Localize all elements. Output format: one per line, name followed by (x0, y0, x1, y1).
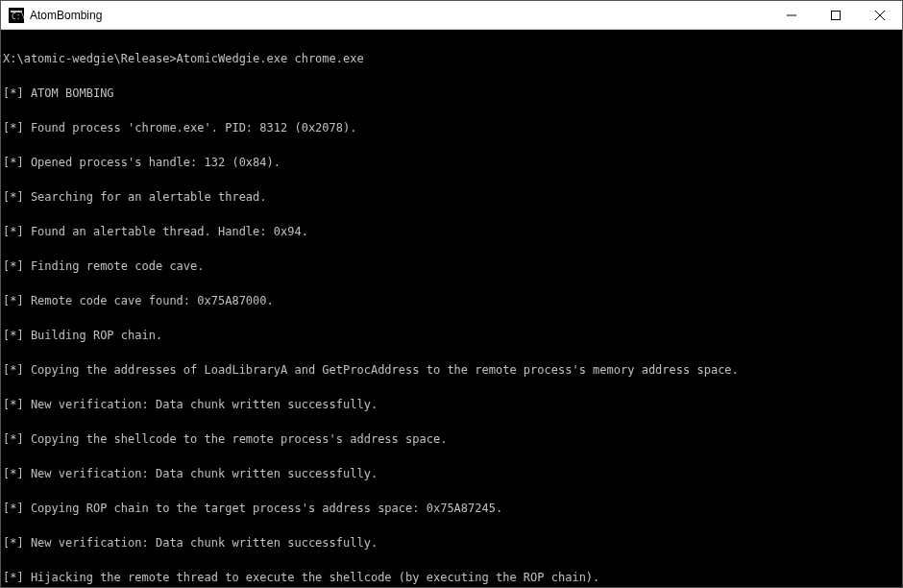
command-prompt-line: X:\atomic-wedgie\Release>AtomicWedgie.ex… (1, 53, 902, 64)
terminal-gap (1, 237, 902, 260)
terminal-line: [*] Copying ROP chain to the target proc… (1, 502, 902, 514)
terminal-gap (1, 514, 902, 537)
terminal-gap (1, 203, 902, 226)
terminal-gap (1, 479, 902, 502)
terminal-line: [*] Opened process's handle: 132 (0x84). (1, 157, 902, 168)
terminal-lines: [*] ATOM BOMBING[*] Found process 'chrom… (1, 87, 902, 587)
terminal-line: [*] Remote code cave found: 0x75A87000. (1, 295, 902, 306)
terminal-gap (1, 99, 902, 122)
terminal-gap (1, 549, 902, 572)
svg-text:C:\: C:\ (12, 12, 24, 21)
terminal-gap (1, 168, 902, 191)
app-window: C:\ AtomBombing X:\atomic-wedgie\Release… (0, 0, 903, 588)
terminal-gap (1, 134, 902, 157)
terminal-line: [*] Copying the addresses of LoadLibrary… (1, 364, 902, 376)
terminal-gap (1, 341, 902, 364)
terminal-line: [*] Hijacking the remote thread to execu… (1, 572, 902, 583)
terminal-gap (1, 306, 902, 330)
terminal-line: [*] New verification: Data chunk written… (1, 468, 902, 479)
svg-rect-4 (832, 11, 841, 19)
minimize-button[interactable] (769, 1, 814, 29)
terminal-line: [*] Searching for an alertable thread. (1, 191, 902, 203)
window-title: AtomBombing (30, 9, 769, 22)
terminal-line: [*] Found process 'chrome.exe'. PID: 831… (1, 122, 902, 134)
maximize-button[interactable] (814, 1, 858, 29)
terminal-line: [*] New verification: Data chunk written… (1, 399, 902, 410)
terminal-line: [*] Finding remote code cave. (1, 260, 902, 272)
close-button[interactable] (858, 1, 902, 29)
app-icon: C:\ (9, 8, 24, 23)
terminal-line: [*] New verification: Data chunk written… (1, 537, 902, 549)
terminal-line: [*] ATOM BOMBING (1, 87, 902, 99)
terminal-output: X:\atomic-wedgie\Release>AtomicWedgie.ex… (1, 30, 902, 587)
titlebar: C:\ AtomBombing (1, 1, 902, 30)
terminal-gap (1, 376, 902, 399)
terminal-line: [*] Building ROP chain. (1, 330, 902, 341)
terminal-line: [*] Copying the shellcode to the remote … (1, 433, 902, 445)
window-controls (769, 1, 902, 29)
terminal-gap (1, 272, 902, 295)
terminal-gap (1, 410, 902, 433)
terminal-line: [*] Found an alertable thread. Handle: 0… (1, 226, 902, 237)
terminal-gap (1, 445, 902, 468)
